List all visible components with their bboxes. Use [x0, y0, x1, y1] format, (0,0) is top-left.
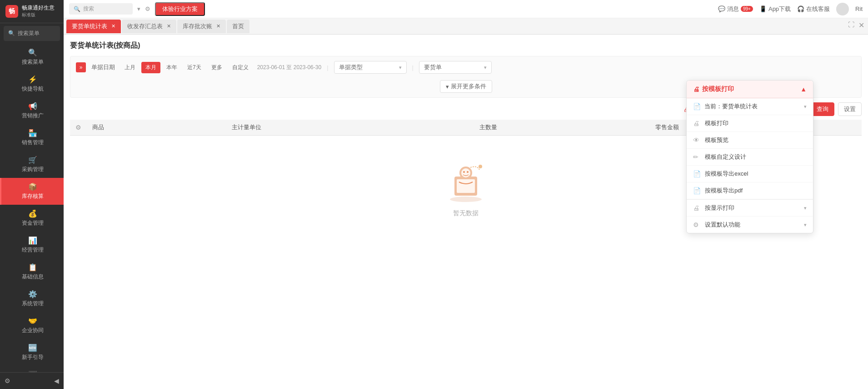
- dropdown-item-template-preview[interactable]: 👁 模板预览: [687, 132, 813, 149]
- topbar-search[interactable]: 🔍 搜索: [69, 3, 133, 15]
- app-download-label: App下载: [768, 5, 791, 13]
- dropdown-item-export-pdf[interactable]: 📄 按模板导出pdf: [687, 182, 813, 199]
- settings-icon[interactable]: ⚙: [5, 377, 10, 384]
- order-type-placeholder: 单据类型: [339, 63, 363, 71]
- message-btn[interactable]: 💬 消息 99+: [718, 5, 753, 13]
- set-default-label: 设置默认功能: [705, 221, 740, 229]
- topbar-gear-icon[interactable]: ⚙: [145, 5, 150, 12]
- svg-point-0: [450, 197, 482, 202]
- app-download-btn[interactable]: 📱 App下载: [759, 5, 791, 13]
- collapse-icon[interactable]: ◀: [54, 377, 59, 384]
- date-btn-current-year[interactable]: 本年: [162, 62, 181, 73]
- search-label: 搜索菜单: [22, 58, 44, 66]
- table-column-settings-icon[interactable]: ⚙: [75, 124, 81, 131]
- sidebar: 畅 畅康通好生意 标准版 🔍 搜索菜单 🔍搜索菜单⚡快捷导航📢营销推广🏪销售管理…: [0, 0, 64, 389]
- date-btn-prev-month[interactable]: 上月: [120, 62, 140, 73]
- sidebar-item-purchase[interactable]: 🛒采购管理: [0, 151, 64, 178]
- empty-text: 暂无数据: [453, 209, 479, 217]
- current-item-icon: 📄: [693, 103, 701, 110]
- sidebar-item-quick-nav[interactable]: ⚡快捷导航: [0, 71, 64, 97]
- export-pdf-label: 按模板导出pdf: [705, 187, 743, 195]
- sidebar-search[interactable]: 🔍 搜索菜单: [4, 26, 60, 41]
- sidebar-item-finance[interactable]: 💰资金管理: [0, 205, 64, 232]
- tab-close-all-icon[interactable]: ✕: [858, 21, 864, 30]
- date-btn-more[interactable]: 更多: [207, 62, 226, 73]
- sidebar-item-sales[interactable]: 🏪销售管理: [0, 124, 64, 151]
- col-header-goods: 商品: [87, 120, 226, 136]
- system-icon: ⚙️: [28, 290, 37, 298]
- dropdown-item-export-excel[interactable]: 📄 按模板导出excel: [687, 166, 813, 182]
- sidebar-item-system[interactable]: ⚙️系统管理: [0, 285, 64, 312]
- svg-point-6: [467, 171, 469, 173]
- date-btn-7days[interactable]: 近7天: [183, 62, 205, 73]
- message-label: 消息: [727, 5, 739, 13]
- sidebar-item-basic[interactable]: 📋基础信息: [0, 258, 64, 285]
- sidebar-item-guide[interactable]: 🆕新手引导: [0, 339, 64, 366]
- tab-close-receipts-summary[interactable]: ✕: [167, 23, 171, 29]
- current-item-arrow: ▾: [804, 104, 807, 110]
- date-buttons: 上月 本月 本年 近7天 更多 自定义 2023-06-01 至 2023-06…: [120, 62, 321, 73]
- date-btn-current-month[interactable]: 本月: [141, 62, 160, 73]
- purchase-label: 采购管理: [22, 166, 44, 173]
- empty-illustration: [443, 163, 489, 204]
- tab-receipts-summary[interactable]: 收发存汇总表✕: [122, 20, 176, 33]
- expand-icon: ▾: [446, 83, 449, 90]
- tab-batch-ledger[interactable]: 库存批次账✕: [177, 20, 226, 33]
- avatar[interactable]: [836, 3, 849, 15]
- goods-order-select[interactable]: 要货单 ▾: [419, 61, 492, 74]
- template-print-label: 模板打印: [705, 119, 728, 127]
- dropdown-item-display-print[interactable]: 🖨 按显示打印 ▾: [687, 200, 813, 217]
- finance-icon: 💰: [28, 209, 37, 218]
- display-print-label: 按显示打印: [705, 204, 734, 212]
- collab-label: 企业协同: [22, 327, 44, 334]
- operation-label: 经营管理: [22, 246, 44, 254]
- tab-home[interactable]: 首页: [227, 20, 249, 33]
- system-label: 系统管理: [22, 300, 44, 308]
- sidebar-nav: 🔍搜索菜单⚡快捷导航📢营销推广🏪销售管理🛒采购管理📦库存核算💰资金管理📊经营管理…: [0, 44, 64, 372]
- svg-point-7: [479, 165, 482, 168]
- sidebar-item-search[interactable]: 🔍搜索菜单: [0, 44, 64, 71]
- tab-close-order-stats[interactable]: ✕: [111, 23, 115, 29]
- tab-expand-icon[interactable]: ⛶: [848, 21, 854, 28]
- expand-more-button[interactable]: ▾ 展开更多条件: [440, 80, 492, 93]
- message-icon: 💬: [718, 5, 725, 12]
- dropdown-item-template-design[interactable]: ✏ 模板自定义设计: [687, 149, 813, 166]
- online-service-label: 在线客服: [806, 5, 830, 13]
- marketing-label: 营销推广: [22, 112, 44, 120]
- sidebar-bottom: ⚙ ◀: [0, 372, 64, 389]
- set-default-arrow: ▾: [804, 222, 807, 228]
- dropdown-collapse-icon[interactable]: ▲: [800, 86, 807, 93]
- export-excel-label: 按模板导出excel: [705, 170, 748, 178]
- quick-nav-icon: ⚡: [28, 75, 37, 84]
- topbar-search-text: 搜索: [83, 5, 94, 13]
- sidebar-item-operation[interactable]: 📊经营管理: [0, 232, 64, 258]
- dropdown-item-template-print[interactable]: 🖨 模板打印: [687, 115, 813, 132]
- tab-label-receipts-summary: 收发存汇总表: [127, 22, 163, 30]
- message-badge: 99+: [741, 6, 753, 12]
- tab-order-stats[interactable]: 要货单统计表✕: [66, 20, 121, 33]
- col-header-unit: 主计量单位: [226, 120, 474, 136]
- basic-label: 基础信息: [22, 273, 44, 281]
- topbar-dropdown-arrow[interactable]: ▾: [137, 5, 140, 12]
- settings-button[interactable]: 设置: [838, 102, 862, 116]
- dropdown-item-set-default[interactable]: ⚙ 设置默认功能 ▾: [687, 217, 813, 233]
- date-btn-custom[interactable]: 自定义: [228, 62, 253, 73]
- trial-button[interactable]: 体验行业方案: [155, 2, 205, 16]
- sidebar-item-inventory[interactable]: 📦库存核算: [0, 178, 64, 205]
- tab-close-batch-ledger[interactable]: ✕: [216, 23, 220, 29]
- sidebar-item-marketing[interactable]: 📢营销推广: [0, 97, 64, 124]
- service-icon: 🎧: [797, 5, 804, 12]
- order-type-select[interactable]: 单据类型 ▾: [334, 61, 407, 74]
- dropdown-current-item[interactable]: 📄 当前：要货单统计表 ▾: [687, 98, 813, 115]
- display-print-arrow: ▾: [804, 205, 807, 211]
- export-pdf-icon: 📄: [693, 187, 701, 194]
- template-preview-icon: 👁: [693, 136, 701, 144]
- quick-nav-label: 快捷导航: [22, 85, 44, 93]
- select-arrow-icon: ▾: [399, 65, 402, 71]
- sidebar-item-apps[interactable]: 🔲应用中心: [0, 366, 64, 372]
- online-service-btn[interactable]: 🎧 在线客服: [797, 5, 830, 13]
- query-button[interactable]: 查询: [811, 102, 834, 116]
- filter-expand-button[interactable]: »: [76, 62, 86, 72]
- sidebar-item-collab[interactable]: 🤝企业协同: [0, 312, 64, 339]
- date-filter-label: 单据日期: [91, 63, 115, 71]
